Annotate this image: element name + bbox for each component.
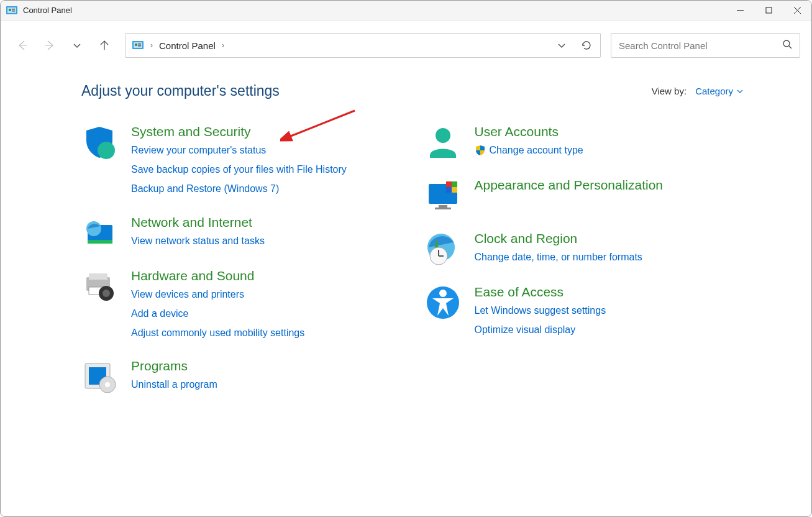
search-input[interactable]	[619, 40, 782, 51]
up-button[interactable]	[94, 35, 115, 56]
svg-rect-36	[435, 208, 451, 209]
category-title[interactable]: Appearance and Personalization	[475, 178, 664, 193]
search-box[interactable]	[611, 33, 800, 58]
globe-monitor-icon	[81, 215, 117, 251]
category-title[interactable]: System and Security	[131, 124, 347, 139]
close-button[interactable]	[783, 1, 811, 21]
category-clock-region: Clock and Region Change date, time, or n…	[425, 231, 744, 267]
svg-rect-4	[12, 11, 15, 12]
shield-icon	[81, 124, 117, 160]
user-icon	[425, 124, 461, 160]
chevron-right-icon[interactable]: ›	[150, 41, 153, 50]
svg-rect-35	[439, 205, 447, 208]
address-dropdown-button[interactable]	[550, 34, 573, 57]
category-link[interactable]: Let Windows suggest settings	[475, 302, 606, 319]
svg-point-23	[86, 221, 101, 236]
category-link[interactable]: Save backup copies of your files with Fi…	[131, 161, 347, 178]
viewby-dropdown[interactable]: Category	[695, 86, 743, 96]
svg-line-18	[789, 46, 791, 48]
maximize-button[interactable]	[754, 1, 783, 21]
svg-point-14	[135, 43, 137, 46]
category-link-text: Change account type	[490, 142, 583, 158]
minimize-button[interactable]	[726, 1, 754, 21]
viewby-value-text: Category	[695, 86, 733, 96]
recent-dropdown-button[interactable]	[66, 35, 88, 56]
refresh-button[interactable]	[575, 34, 598, 57]
category-system-security: System and Security Review your computer…	[81, 124, 400, 198]
category-link[interactable]: Change account type	[475, 142, 583, 158]
category-programs: Programs Uninstall a program	[81, 359, 400, 395]
right-column: User Accounts Change account type Appear…	[425, 124, 744, 395]
left-column: System and Security Review your computer…	[81, 124, 400, 395]
monitor-colors-icon	[425, 178, 461, 214]
svg-point-28	[103, 290, 110, 297]
nav-arrows	[12, 35, 115, 56]
svg-rect-22	[88, 240, 112, 244]
category-user-accounts: User Accounts Change account type	[425, 124, 744, 160]
category-title[interactable]: Programs	[131, 359, 217, 373]
svg-rect-40	[452, 187, 457, 193]
category-title[interactable]: Clock and Region	[475, 231, 642, 246]
window-title: Control Panel	[23, 6, 72, 15]
category-link[interactable]: Review your computer's status	[131, 142, 347, 158]
category-appearance: Appearance and Personalization	[425, 178, 744, 214]
search-icon[interactable]	[782, 39, 792, 52]
control-panel-icon	[6, 4, 18, 17]
category-link[interactable]: Uninstall a program	[131, 376, 217, 393]
toolbar: › Control Panel ›	[1, 21, 811, 70]
printer-camera-icon	[81, 268, 117, 304]
content: Adjust your computer's settings View by:…	[1, 70, 811, 395]
breadcrumb-item[interactable]: Control Panel	[159, 40, 216, 51]
svg-point-17	[783, 40, 790, 47]
svg-rect-39	[446, 187, 452, 193]
category-title[interactable]: User Accounts	[475, 124, 583, 139]
svg-rect-25	[89, 273, 107, 280]
svg-point-46	[439, 290, 447, 297]
chevron-right-icon[interactable]: ›	[222, 41, 224, 50]
svg-point-32	[105, 382, 110, 387]
window-controls	[726, 1, 811, 21]
categories-grid: System and Security Review your computer…	[81, 124, 743, 395]
titlebar-left: Control Panel	[6, 4, 72, 17]
category-ease-of-access: Ease of Access Let Windows suggest setti…	[425, 285, 744, 338]
category-link[interactable]: Add a device	[131, 305, 304, 322]
svg-point-2	[9, 9, 11, 11]
category-link[interactable]: Adjust commonly used mobility settings	[131, 324, 304, 341]
category-title[interactable]: Network and Internet	[131, 215, 265, 230]
page-heading: Adjust your computer's settings	[81, 83, 280, 99]
address-bar[interactable]: › Control Panel ›	[125, 33, 601, 58]
svg-rect-16	[138, 45, 141, 47]
category-title[interactable]: Ease of Access	[475, 285, 606, 300]
programs-icon	[81, 359, 117, 395]
category-network: Network and Internet View network status…	[81, 215, 400, 251]
svg-point-33	[436, 128, 450, 143]
svg-point-20	[98, 142, 115, 159]
category-link[interactable]: View network status and tasks	[131, 232, 265, 249]
category-link[interactable]: Optimize visual display	[475, 321, 606, 338]
svg-rect-38	[452, 181, 457, 187]
header-row: Adjust your computer's settings View by:…	[81, 83, 743, 99]
viewby-label: View by:	[652, 86, 687, 96]
back-button[interactable]	[12, 35, 33, 56]
accessibility-icon	[425, 285, 461, 321]
svg-rect-15	[138, 43, 141, 45]
viewby-control: View by: Category	[652, 86, 743, 96]
category-hardware: Hardware and Sound View devices and prin…	[81, 268, 400, 342]
control-panel-icon	[132, 39, 144, 52]
category-title[interactable]: Hardware and Sound	[131, 268, 304, 283]
chevron-down-icon	[737, 88, 743, 94]
titlebar: Control Panel	[1, 1, 811, 21]
category-link[interactable]: View devices and printers	[131, 286, 304, 303]
svg-rect-37	[446, 181, 452, 187]
category-link[interactable]: Change date, time, or number formats	[475, 249, 642, 265]
uac-shield-icon	[475, 145, 486, 156]
category-link[interactable]: Backup and Restore (Windows 7)	[131, 180, 347, 197]
svg-rect-6	[766, 7, 772, 13]
svg-rect-3	[12, 9, 15, 10]
globe-clock-icon	[425, 231, 461, 267]
forward-button[interactable]	[39, 35, 60, 56]
